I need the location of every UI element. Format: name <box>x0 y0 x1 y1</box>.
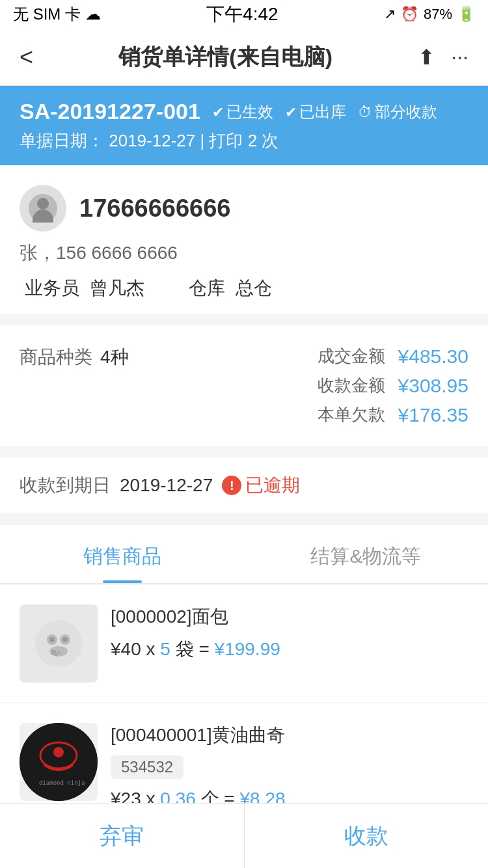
divider-1 <box>0 315 488 325</box>
back-button[interactable]: < <box>20 44 33 71</box>
product-name-1: [0000002]面包 <box>111 604 468 629</box>
goods-type-field: 商品种类 4种 <box>20 345 129 370</box>
product-sku-badge: 534532 <box>111 755 183 779</box>
sales-person-value: 曾凡杰 <box>90 278 144 298</box>
product-equals-1: = <box>198 639 214 659</box>
sales-person-field: 业务员 曾凡杰 <box>20 276 144 301</box>
product-info-1: [0000002]面包 ¥40 x 5 袋 = ¥199.99 <box>111 604 468 662</box>
goods-type-label: 商品种类 <box>20 345 92 370</box>
stats-section: 商品种类 4种 成交金额 ¥485.30 收款金额 ¥308.95 本单欠款 ¥… <box>0 325 488 446</box>
product-unit-1: 袋 <box>176 639 194 659</box>
customer-name: 张，156 6666 6666 <box>20 241 468 265</box>
divider-3 <box>0 515 488 525</box>
nav-bar: < 销货单详情(来自电脑) ⬆ ··· <box>0 29 488 86</box>
customer-section: 17666666666 张，156 6666 6666 业务员 曾凡杰 仓库 总… <box>0 165 488 314</box>
date-label: 单据日期： <box>20 131 104 150</box>
tab-settlement[interactable]: 结算&物流等 <box>244 525 488 583</box>
overdue-icon: ! <box>222 476 241 495</box>
deal-amount-label: 成交金额 <box>318 345 385 368</box>
product-thumbnail-2: diamond ninja <box>20 723 98 801</box>
due-label: 收款到期日 <box>20 473 111 498</box>
status-bar: 无 SIM 卡 ☁ 下午4:42 ↗ ⏰ 87% 🔋 <box>0 0 488 29</box>
badge-activated-text: 已生效 <box>226 102 273 122</box>
svg-point-0 <box>35 620 82 667</box>
product-list: 鸟+ [0000002]面包 ¥40 x 5 袋 = ¥199.99 <box>0 585 488 831</box>
svg-point-9 <box>53 747 64 757</box>
reject-button[interactable]: 弃审 <box>0 804 245 868</box>
svg-text:鸟+: 鸟+ <box>51 649 61 657</box>
customer-row: 17666666666 <box>20 185 468 232</box>
print-info: | 打印 2 次 <box>200 131 278 150</box>
deal-amount-line: 成交金额 ¥485.30 <box>318 345 468 368</box>
collect-button[interactable]: 收款 <box>245 804 489 868</box>
svg-text:diamond ninja: diamond ninja <box>39 780 85 786</box>
owed-value: ¥176.35 <box>398 404 468 426</box>
nav-actions: ⬆ ··· <box>418 45 468 70</box>
badge-partial-text: 部分收款 <box>375 102 437 122</box>
status-right: ↗ ⏰ 87% 🔋 <box>384 6 475 23</box>
share-button[interactable]: ⬆ <box>418 45 435 70</box>
sales-person-label: 业务员 <box>25 278 79 298</box>
tab-sales-goods-label: 销售商品 <box>83 545 161 567</box>
tab-settlement-label: 结算&物流等 <box>310 545 421 567</box>
order-id-row: SA-20191227-001 已生效 已出库 部分收款 <box>20 99 468 124</box>
product-total-1: ¥199.99 <box>215 639 280 659</box>
page-title: 销货单详情(来自电脑) <box>118 42 332 72</box>
deal-amount-value: ¥485.30 <box>398 346 468 368</box>
overdue-text: 已逾期 <box>245 473 300 498</box>
product-thumbnail-1: 鸟+ <box>20 604 98 683</box>
warehouse-field: 仓库 总仓 <box>183 276 272 301</box>
order-id: SA-20191227-001 <box>20 99 200 124</box>
svg-point-3 <box>49 637 55 642</box>
bottom-bar: 弃审 收款 <box>0 803 488 868</box>
warehouse-label: 仓库 <box>189 278 225 298</box>
avatar-icon <box>29 194 57 223</box>
order-date: 2019-12-27 <box>109 131 195 150</box>
product-multiply-1: x <box>146 639 161 659</box>
order-date-row: 单据日期： 2019-12-27 | 打印 2 次 <box>20 129 468 152</box>
owed-label: 本单欠款 <box>318 403 385 426</box>
tabs-row: 销售商品 结算&物流等 <box>0 525 488 583</box>
due-date: 2019-12-27 <box>120 475 213 496</box>
table-row[interactable]: 鸟+ [0000002]面包 ¥40 x 5 袋 = ¥199.99 <box>0 585 488 702</box>
amount-fields: 成交金额 ¥485.30 收款金额 ¥308.95 本单欠款 ¥176.35 <box>318 345 468 426</box>
clock-icon <box>358 103 372 121</box>
customer-phone: 17666666666 <box>79 195 230 223</box>
check-icon-1 <box>212 103 224 121</box>
location-icon: ↗ <box>384 6 396 23</box>
product-logo-icon: diamond ninja <box>20 723 98 801</box>
tab-sales-goods[interactable]: 销售商品 <box>0 525 244 583</box>
owed-line: 本单欠款 ¥176.35 <box>318 403 468 426</box>
collected-line: 收款金额 ¥308.95 <box>318 374 468 397</box>
status-left: 无 SIM 卡 ☁ <box>13 4 101 25</box>
avatar <box>20 185 66 232</box>
due-section: 收款到期日 2019-12-27 ! 已逾期 <box>0 457 488 513</box>
more-button[interactable]: ··· <box>451 45 468 69</box>
order-header-band: SA-20191227-001 已生效 已出库 部分收款 单据日期： 2019-… <box>0 86 488 165</box>
product-info-2: [000400001]黄油曲奇 534532 ¥23 x 0.36 个 = ¥8… <box>111 723 468 811</box>
product-unit-price-1: ¥40 <box>111 639 141 659</box>
check-icon-2 <box>285 103 297 121</box>
product-price-row-1: ¥40 x 5 袋 = ¥199.99 <box>111 637 468 662</box>
customer-meta: 业务员 曾凡杰 仓库 总仓 <box>20 276 468 301</box>
collected-label: 收款金额 <box>318 374 385 397</box>
stats-row: 商品种类 4种 成交金额 ¥485.30 收款金额 ¥308.95 本单欠款 ¥… <box>20 345 468 426</box>
warehouse-value: 总仓 <box>236 278 272 298</box>
product-name-2: [000400001]黄油曲奇 <box>111 723 468 748</box>
status-time: 下午4:42 <box>206 2 278 27</box>
alarm-icon: ⏰ <box>401 6 418 23</box>
overdue-badge: ! 已逾期 <box>222 473 300 498</box>
svg-point-7 <box>20 723 98 801</box>
badge-activated: 已生效 <box>212 102 273 122</box>
thumb-placeholder-1: 鸟+ <box>20 604 98 683</box>
goods-type-value: 4种 <box>100 345 129 370</box>
sim-label: 无 SIM 卡 ☁ <box>13 4 101 25</box>
divider-2 <box>0 447 488 457</box>
product-image-2: diamond ninja <box>20 723 98 801</box>
owl-placeholder-icon: 鸟+ <box>33 617 85 670</box>
badge-shipped: 已出库 <box>285 102 346 122</box>
product-qty-1: 5 <box>160 639 170 659</box>
battery-level: 87% <box>424 6 452 23</box>
svg-point-4 <box>62 637 68 642</box>
badge-partial: 部分收款 <box>358 102 437 122</box>
